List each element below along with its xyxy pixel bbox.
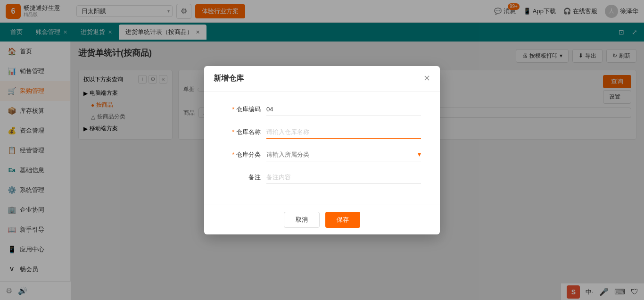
note-label: 备注: [223, 173, 261, 182]
cancel-button[interactable]: 取消: [284, 212, 320, 228]
category-select-wrap[interactable]: ▾: [266, 148, 421, 161]
code-input[interactable]: [266, 103, 421, 116]
category-dropdown-arrow: ▾: [418, 150, 421, 158]
modal-body: 仓库编码 仓库名称 仓库分类 ▾ 备注: [204, 92, 440, 205]
form-row-category: 仓库分类 ▾: [223, 148, 421, 161]
form-row-name: 仓库名称: [223, 125, 421, 139]
name-label: 仓库名称: [223, 128, 261, 136]
modal-overlay: 新增仓库 ✕ 仓库编码 仓库名称 仓库分类 ▾: [0, 0, 644, 300]
form-row-note: 备注: [223, 171, 421, 184]
modal-new-warehouse: 新增仓库 ✕ 仓库编码 仓库名称 仓库分类 ▾: [204, 66, 440, 234]
save-button[interactable]: 保存: [325, 212, 360, 228]
modal-footer: 取消 保存: [204, 205, 440, 234]
modal-header: 新增仓库 ✕: [204, 66, 440, 92]
code-label: 仓库编码: [223, 105, 261, 114]
modal-close-button[interactable]: ✕: [423, 74, 430, 83]
form-row-code: 仓库编码: [223, 103, 421, 116]
category-label: 仓库分类: [223, 150, 261, 159]
note-input[interactable]: [266, 171, 421, 184]
modal-title: 新增仓库: [214, 74, 244, 83]
name-input[interactable]: [266, 125, 421, 139]
category-input[interactable]: [266, 148, 418, 161]
